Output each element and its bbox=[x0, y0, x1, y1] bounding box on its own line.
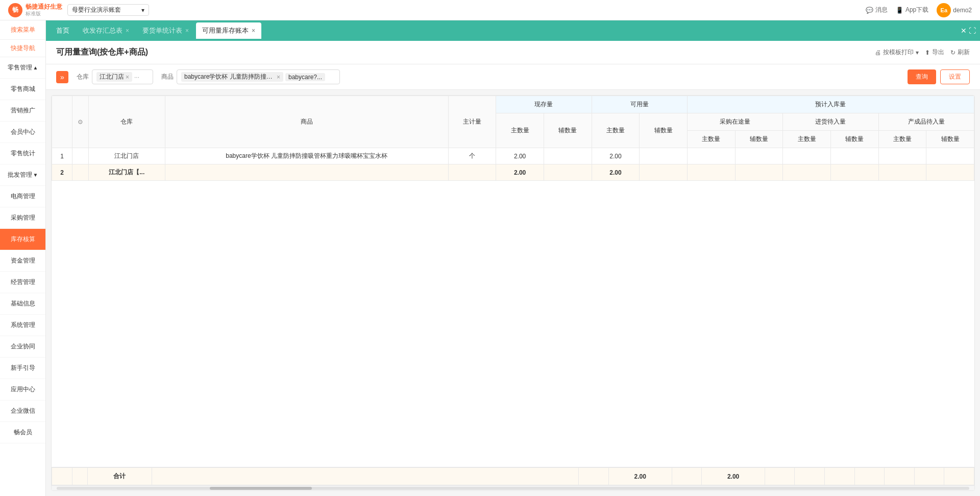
sidebar-item-new-guide[interactable]: 新手引导 bbox=[0, 358, 45, 379]
receive-summary-tab-label: 收发存汇总表 bbox=[83, 26, 122, 35]
sidebar-item-vip-member[interactable]: 畅会员 bbox=[0, 422, 45, 443]
th-current-stock: 现存量 bbox=[496, 96, 592, 113]
th-production-aux: 辅数量 bbox=[926, 131, 974, 148]
sidebar-item-system-mgmt[interactable]: 系统管理 bbox=[0, 315, 45, 336]
warehouse-remove-icon[interactable]: × bbox=[126, 74, 129, 81]
top-bar-left: 畅 畅捷通好生意 标准版 母婴行业演示账套 ▾ bbox=[8, 3, 149, 17]
tab-close-icon-3[interactable]: × bbox=[252, 27, 255, 34]
th-available-aux: 辅数量 bbox=[640, 113, 688, 148]
close-all-icon[interactable]: ✕ bbox=[961, 27, 967, 35]
summary-inbound-aux bbox=[885, 467, 915, 485]
page-actions: 🖨 按模板打印 ▾ ⬆ 导出 ↻ 刷新 bbox=[875, 48, 970, 57]
row-warehouse: 江北门店 bbox=[89, 148, 165, 164]
sidebar-item-retail-mgmt[interactable]: 零售管理▲ bbox=[0, 57, 45, 79]
tab-close-icon-2[interactable]: × bbox=[185, 27, 189, 34]
query-button[interactable]: 查询 bbox=[908, 69, 936, 84]
sidebar-search[interactable]: 搜索菜单 bbox=[0, 20, 45, 40]
subtotal-index: 2 bbox=[52, 164, 72, 181]
user-menu[interactable]: Ea demo2 bbox=[937, 3, 972, 17]
tab-home[interactable]: 首页 bbox=[50, 22, 76, 39]
summary-product bbox=[152, 467, 579, 485]
sidebar-item-basic-info[interactable]: 基础信息 bbox=[0, 293, 45, 315]
sidebar-item-ecommerce-mgmt[interactable]: 电商管理 bbox=[0, 186, 45, 207]
scroll-thumb[interactable] bbox=[210, 487, 312, 490]
tab-bar: 首页 收发存汇总表 × 要货单统计表 × 可用量库存账本 × ✕ ⛶ bbox=[46, 20, 980, 41]
th-purchase-transit: 采购在途量 bbox=[687, 113, 782, 131]
row-current-main: 2.00 bbox=[496, 148, 544, 164]
sidebar-quick-nav[interactable]: 快捷导航 bbox=[0, 40, 45, 57]
message-button[interactable]: 💬 消息 bbox=[866, 6, 888, 14]
sidebar-item-app-center[interactable]: 应用中心 bbox=[0, 379, 45, 400]
row-settings bbox=[72, 148, 89, 164]
top-bar: 畅 畅捷通好生意 标准版 母婴行业演示账套 ▾ 💬 消息 📱 App下载 Ea … bbox=[0, 0, 980, 20]
warehouse-filter-group: 仓库 江北门店 × ··· bbox=[77, 69, 153, 84]
store-selector[interactable]: 母婴行业演示账套 ▾ bbox=[67, 4, 149, 16]
warehouse-input[interactable]: 江北门店 × ··· bbox=[92, 69, 153, 84]
th-available-main: 主数量 bbox=[592, 113, 640, 148]
sidebar-item-ops-mgmt[interactable]: 经营管理 bbox=[0, 272, 45, 293]
product-input[interactable]: babycare学饮杯 儿童防摔防撞吸管杯重力球吸嘴杯宝宝水杯 × babyca… bbox=[177, 69, 340, 84]
sidebar-item-marketing[interactable]: 营销推广 bbox=[0, 100, 45, 122]
th-available: 可用量 bbox=[592, 96, 687, 113]
th-current-aux: 辅数量 bbox=[544, 113, 592, 148]
print-button[interactable]: 🖨 按模板打印 ▾ bbox=[875, 48, 919, 57]
tab-close-icon[interactable]: × bbox=[126, 27, 129, 34]
fullscreen-icon[interactable]: ⛶ bbox=[969, 27, 976, 35]
sidebar-item-enterprise-collab[interactable]: 企业协同 bbox=[0, 336, 45, 358]
summary-production-aux bbox=[944, 467, 974, 485]
row-purchase-transit-main bbox=[687, 148, 735, 164]
th-settings: ⚙ bbox=[72, 96, 89, 148]
summary-production-main bbox=[914, 467, 944, 485]
sidebar-item-finance-mgmt[interactable]: 资金管理 bbox=[0, 250, 45, 272]
subtotal-product bbox=[165, 164, 448, 181]
sidebar-item-wholesale-mgmt[interactable]: 批发管理▼ bbox=[0, 164, 45, 186]
home-tab-label: 首页 bbox=[56, 26, 69, 35]
subtotal-settings bbox=[72, 164, 89, 181]
th-inbound-pending: 进货待入量 bbox=[783, 113, 878, 131]
sidebar-item-enterprise-wechat[interactable]: 企业微信 bbox=[0, 400, 45, 422]
product-tag-1-remove-icon[interactable]: × bbox=[277, 74, 280, 81]
export-icon: ⬆ bbox=[925, 49, 930, 56]
tab-receive-summary[interactable]: 收发存汇总表 × bbox=[77, 22, 135, 39]
product-tag-1: babycare学饮杯 儿童防摔防撞吸管杯重力球吸嘴杯宝宝水杯 × bbox=[181, 72, 283, 82]
th-product: 商品 bbox=[165, 96, 448, 148]
subtotal-unit bbox=[448, 164, 496, 181]
export-button[interactable]: ⬆ 导出 bbox=[925, 48, 944, 57]
avatar: Ea bbox=[937, 3, 951, 17]
tab-order-stats[interactable]: 要货单统计表 × bbox=[136, 22, 195, 39]
app-download-button[interactable]: 📱 App下载 bbox=[896, 6, 928, 14]
sidebar-item-retail-mall[interactable]: 零售商城 bbox=[0, 79, 45, 100]
scroll-area[interactable] bbox=[52, 485, 974, 490]
summary-purchase-main bbox=[795, 467, 825, 485]
sidebar-item-inventory-check[interactable]: 库存核算 bbox=[0, 229, 45, 250]
row-current-aux bbox=[544, 148, 592, 164]
sidebar-item-member-center[interactable]: 会员中心 bbox=[0, 122, 45, 143]
chevron-down-icon: ▾ bbox=[141, 7, 144, 14]
chevron-icon-2: ▼ bbox=[33, 172, 38, 178]
expand-filter-button[interactable]: » bbox=[56, 71, 68, 83]
print-arrow-icon: ▾ bbox=[916, 49, 919, 56]
th-current-main: 主数量 bbox=[496, 113, 544, 148]
settings-button[interactable]: 设置 bbox=[940, 69, 970, 84]
settings-icon[interactable]: ⚙ bbox=[78, 119, 83, 126]
summary-inbound-main bbox=[854, 467, 885, 485]
th-inbound-aux: 辅数量 bbox=[830, 131, 878, 148]
subtotal-available-main: 2.00 bbox=[592, 164, 640, 181]
print-icon: 🖨 bbox=[875, 49, 881, 56]
tab-available-inventory[interactable]: 可用量库存账本 × bbox=[196, 22, 261, 39]
th-inbound-main: 主数量 bbox=[783, 131, 831, 148]
top-bar-right: 💬 消息 📱 App下载 Ea demo2 bbox=[866, 3, 972, 17]
tab-controls: ✕ ⛶ bbox=[961, 27, 976, 35]
table-container: ⚙ 仓库 商品 主计量 现存量 可用量 预计入库量 主数量 辅数量 bbox=[51, 95, 975, 491]
row-production-pending-main bbox=[878, 148, 926, 164]
refresh-button[interactable]: ↻ 刷新 bbox=[950, 48, 970, 57]
row-index: 1 bbox=[52, 148, 72, 164]
filter-bar: » 仓库 江北门店 × ··· 商品 babycare bbox=[46, 64, 980, 90]
refresh-icon: ↻ bbox=[950, 49, 955, 56]
th-warehouse: 仓库 bbox=[89, 96, 165, 148]
row-production-pending-aux bbox=[926, 148, 974, 164]
sidebar-item-purchase-mgmt[interactable]: 采购管理 bbox=[0, 207, 45, 229]
download-icon: 📱 bbox=[896, 7, 903, 14]
product-label: 商品 bbox=[161, 73, 174, 81]
sidebar-item-retail-stats[interactable]: 零售统计 bbox=[0, 143, 45, 164]
